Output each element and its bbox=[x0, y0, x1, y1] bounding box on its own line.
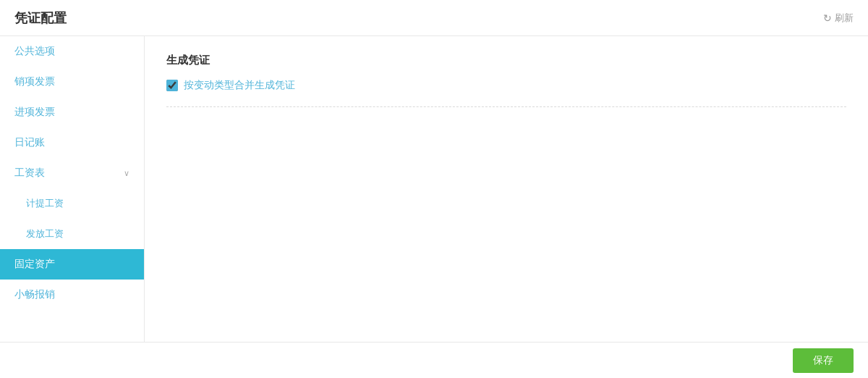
sidebar-label-pay-salary: 发放工资 bbox=[26, 227, 64, 240]
sidebar-label-journal: 日记账 bbox=[14, 136, 45, 149]
sidebar-label-sales-invoice: 销项发票 bbox=[14, 75, 55, 88]
sidebar-label-expense-report: 小畅报销 bbox=[14, 288, 55, 301]
page-title: 凭证配置 bbox=[14, 9, 67, 27]
sidebar-item-fixed-assets[interactable]: 固定资产 bbox=[0, 249, 144, 280]
content-area: 生成凭证 按变动类型合并生成凭证 bbox=[145, 36, 868, 342]
sidebar-label-public-options: 公共选项 bbox=[14, 45, 55, 58]
sidebar-item-public-options[interactable]: 公共选项 bbox=[0, 36, 144, 67]
refresh-icon: ↻ bbox=[823, 12, 832, 24]
merge-voucher-label[interactable]: 按变动类型合并生成凭证 bbox=[184, 79, 295, 92]
refresh-button[interactable]: ↻ 刷新 bbox=[823, 12, 854, 25]
sidebar-label-payroll-sheet: 工资表 bbox=[14, 167, 45, 180]
refresh-label: 刷新 bbox=[835, 12, 854, 25]
sidebar-item-journal[interactable]: 日记账 bbox=[0, 127, 144, 158]
main-content: 公共选项 销项发票 进项发票 日记账 工资表 ∨ 计提工资 发放工资 固定资产 … bbox=[0, 36, 868, 342]
sidebar-item-payroll-sheet[interactable]: 工资表 ∨ bbox=[0, 158, 144, 188]
sidebar-item-expense-report[interactable]: 小畅报销 bbox=[0, 280, 144, 310]
sidebar: 公共选项 销项发票 进项发票 日记账 工资表 ∨ 计提工资 发放工资 固定资产 … bbox=[0, 36, 145, 342]
sidebar-item-accrued-salary[interactable]: 计提工资 bbox=[0, 188, 144, 219]
sidebar-label-accrued-salary: 计提工资 bbox=[26, 197, 64, 210]
sidebar-label-purchase-invoice: 进项发票 bbox=[14, 106, 55, 119]
sidebar-item-sales-invoice[interactable]: 销项发票 bbox=[0, 67, 144, 97]
section-title: 生成凭证 bbox=[166, 54, 846, 67]
merge-voucher-checkbox[interactable] bbox=[166, 80, 178, 91]
merge-voucher-row: 按变动类型合并生成凭证 bbox=[166, 79, 846, 92]
page-footer: 保存 bbox=[0, 342, 868, 378]
save-button[interactable]: 保存 bbox=[793, 348, 854, 373]
section-divider bbox=[166, 106, 846, 107]
sidebar-item-purchase-invoice[interactable]: 进项发票 bbox=[0, 97, 144, 127]
page-header: 凭证配置 ↻ 刷新 bbox=[0, 0, 868, 36]
sidebar-label-fixed-assets: 固定资产 bbox=[14, 258, 55, 271]
sidebar-item-pay-salary[interactable]: 发放工资 bbox=[0, 219, 144, 249]
chevron-down-icon: ∨ bbox=[124, 169, 129, 178]
